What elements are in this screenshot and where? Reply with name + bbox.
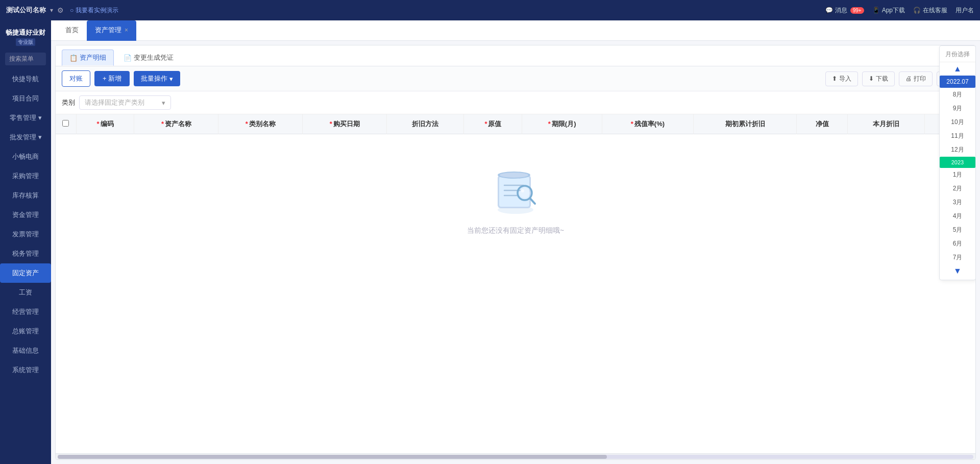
month-item-2[interactable]: 2月	[940, 182, 975, 196]
batch-ops-label: 批量操作	[141, 74, 167, 83]
sidebar-item-quick-nav[interactable]: 快捷导航	[0, 69, 51, 89]
sidebar-item-inventory[interactable]: 库存核算	[0, 186, 51, 205]
col-category: *类别名称	[218, 114, 303, 134]
col-residual-rate: *残值率(%)	[602, 114, 693, 134]
download-button[interactable]: ⬇ 下载	[862, 71, 895, 86]
svg-point-9	[520, 188, 530, 198]
demo-label: 我要看实例演示	[76, 6, 118, 15]
import-button[interactable]: ⬆ 导入	[825, 71, 858, 86]
reconcile-button[interactable]: 对账	[62, 70, 90, 87]
tab-asset-mgmt[interactable]: 资产管理 ×	[87, 20, 136, 41]
svg-point-11	[521, 189, 524, 192]
sidebar-item-wholesale[interactable]: 批发管理 ▾	[0, 128, 51, 147]
demo-circle-icon: ○	[70, 7, 74, 14]
filter-bar: 类别 请选择固定资产类别 ▾	[56, 91, 975, 114]
add-button[interactable]: + 新增	[94, 71, 130, 86]
app-icon: 📱	[872, 7, 880, 14]
month-item-9[interactable]: 9月	[940, 102, 975, 115]
empty-illustration	[485, 165, 546, 216]
month-nav-up[interactable]: ▲	[951, 62, 964, 76]
sidebar-item-management[interactable]: 经营管理	[0, 302, 51, 322]
user-btn[interactable]: 用户名	[955, 6, 974, 15]
table-wrap: *编码 *资产名称 *类别名称 *购买日期 折旧方法 *原值 *期限(月) *残…	[56, 114, 975, 453]
sidebar-item-salary[interactable]: 工资	[0, 283, 51, 302]
sidebar-item-invoice[interactable]: 发票管理	[0, 225, 51, 244]
tab-close-icon[interactable]: ×	[125, 27, 128, 34]
sub-tab-change-voucher[interactable]: 📄 变更生成凭证	[116, 50, 181, 66]
user-name: 用户名	[955, 6, 974, 15]
batch-ops-button[interactable]: 批量操作 ▾	[134, 71, 180, 86]
page-inner: 📋 资产明细 📄 变更生成凭证 对账 + 新增 批量操作 ▾ ⬆	[55, 45, 976, 460]
month-item-10[interactable]: 10月	[940, 115, 975, 129]
sidebar-item-tax[interactable]: 税务管理	[0, 244, 51, 263]
category-select[interactable]: 请选择固定资产类别 ▾	[79, 95, 171, 110]
settings-icon[interactable]: ⚙	[57, 6, 64, 14]
sub-tabs: 📋 资产明细 📄 变更生成凭证	[56, 45, 975, 66]
message-icon: 💬	[825, 7, 833, 14]
month-item-11[interactable]: 11月	[940, 129, 975, 143]
sidebar-item-ledger[interactable]: 总账管理	[0, 322, 51, 341]
category-filter-label: 类别	[62, 98, 75, 107]
sidebar-item-retail[interactable]: 零售管理 ▾	[0, 108, 51, 128]
month-nav-down[interactable]: ▼	[951, 264, 964, 278]
year-2023-marker: 2023	[940, 157, 975, 168]
search-menu-btn[interactable]: 搜索菜单	[5, 53, 46, 65]
col-original-value: *原值	[464, 114, 522, 134]
sidebar-item-purchase[interactable]: 采购管理	[0, 166, 51, 186]
import-label: 导入	[839, 75, 851, 83]
app-download-btn[interactable]: 📱 App下载	[872, 6, 905, 15]
download-label: 下载	[876, 75, 888, 83]
toolbar: 对账 + 新增 批量操作 ▾ ⬆ 导入 ⬇ 下载 🖨	[56, 66, 975, 91]
change-voucher-label: 变更生成凭证	[134, 53, 174, 62]
sub-tab-asset-detail[interactable]: 📋 资产明细	[62, 50, 114, 66]
sidebar-item-system[interactable]: 系统管理	[0, 360, 51, 380]
month-item-3[interactable]: 3月	[940, 196, 975, 209]
company-name: 测试公司名称	[6, 6, 46, 15]
sidebar-item-finance[interactable]: 资金管理	[0, 205, 51, 225]
top-bar: 测试公司名称 ▾ ⚙ ○ 我要看实例演示 💬 消息 99+ 📱 App下载 🎧 …	[0, 0, 980, 20]
company-dropdown-icon[interactable]: ▾	[50, 7, 53, 14]
select-all-checkbox[interactable]	[62, 120, 69, 127]
demo-link[interactable]: ○ 我要看实例演示	[70, 6, 118, 15]
month-item-7[interactable]: 7月	[940, 251, 975, 264]
category-dropdown-icon: ▾	[162, 99, 165, 107]
month-item-6[interactable]: 6月	[940, 237, 975, 251]
month-item-8[interactable]: 8月	[940, 88, 975, 102]
month-item-4[interactable]: 4月	[940, 209, 975, 223]
tab-bar: 首页 资产管理 ×	[51, 20, 980, 41]
download-icon: ⬇	[869, 75, 874, 82]
asset-detail-label: 资产明细	[80, 53, 106, 62]
app-name: 畅捷通好业财	[6, 29, 45, 37]
month-item-1[interactable]: 1月	[940, 168, 975, 182]
col-name: *资产名称	[134, 114, 218, 134]
print-button[interactable]: 🖨 打印	[899, 71, 933, 86]
wholesale-expand-icon: ▾	[38, 133, 42, 141]
col-purchase-date: *购买日期	[303, 114, 387, 134]
message-label: 消息	[835, 6, 847, 15]
asset-detail-icon: 📋	[69, 54, 78, 62]
online-service-btn[interactable]: 🎧 在线客服	[913, 6, 947, 15]
app-edition: 专业版	[16, 38, 35, 46]
batch-dropdown-icon: ▾	[169, 75, 173, 83]
sidebar-item-basics[interactable]: 基础信息	[0, 341, 51, 360]
month-item-12[interactable]: 12月	[940, 143, 975, 157]
col-period: *期限(月)	[522, 114, 602, 134]
sidebar-item-fixed-assets[interactable]: 固定资产	[0, 263, 51, 283]
asset-table: *编码 *资产名称 *类别名称 *购买日期 折旧方法 *原值 *期限(月) *残…	[56, 114, 975, 134]
sidebar-item-project[interactable]: 项目合同	[0, 89, 51, 108]
sidebar-item-ecommerce[interactable]: 小畅电商	[0, 147, 51, 166]
month-item-selected[interactable]: 2022.07	[940, 76, 975, 88]
scroll-track	[58, 455, 973, 459]
month-item-5[interactable]: 5月	[940, 223, 975, 237]
col-accumulated-depreciation: 期初累计折旧	[694, 114, 797, 134]
message-btn[interactable]: 💬 消息 99+	[825, 6, 864, 15]
online-service-label: 在线客服	[923, 6, 947, 15]
tab-home[interactable]: 首页	[57, 20, 87, 41]
bottom-scrollbar[interactable]	[56, 453, 975, 459]
empty-state: 当前您还没有固定资产明细哦~	[56, 134, 975, 266]
print-label: 打印	[914, 75, 926, 83]
scroll-thumb	[58, 455, 607, 459]
print-icon: 🖨	[905, 75, 912, 82]
col-net-value: 净值	[797, 114, 848, 134]
content-area: 首页 资产管理 × 📋 资产明细 📄 变更生成凭证 对账	[51, 20, 980, 464]
